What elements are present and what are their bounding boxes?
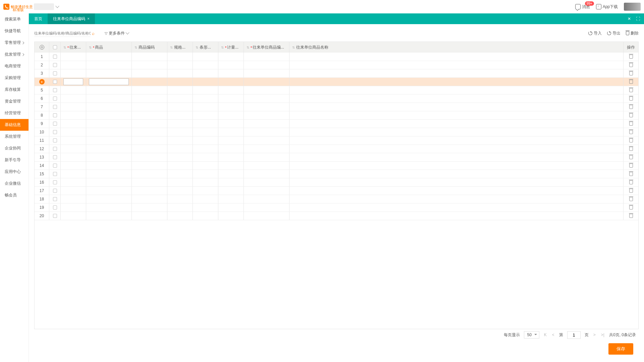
row-delete[interactable] xyxy=(624,145,638,153)
cell-d[interactable] xyxy=(167,153,193,161)
cell-b[interactable] xyxy=(86,203,132,212)
page-last[interactable]: >| xyxy=(600,333,605,337)
column-unit[interactable]: •计量... xyxy=(218,42,244,53)
row-checkbox[interactable] xyxy=(49,203,61,212)
cell-c[interactable] xyxy=(132,78,167,86)
cell-f[interactable] xyxy=(218,203,244,212)
cell-h[interactable] xyxy=(289,153,624,161)
cell-g[interactable] xyxy=(244,128,289,136)
cell-e[interactable] xyxy=(193,203,218,212)
save-button[interactable]: 保存 xyxy=(608,343,633,355)
cell-g[interactable] xyxy=(244,187,289,195)
cell-g[interactable] xyxy=(244,136,289,144)
row-checkbox[interactable] xyxy=(49,212,61,220)
row-delete[interactable] xyxy=(624,111,638,119)
row-checkbox[interactable] xyxy=(49,111,61,119)
cell-b[interactable] xyxy=(86,61,132,69)
cell-e[interactable] xyxy=(193,162,218,170)
table-row[interactable]: 15 xyxy=(35,170,638,178)
cell-h[interactable] xyxy=(289,128,624,136)
cell-f[interactable] xyxy=(218,153,244,161)
row-delete[interactable] xyxy=(624,95,638,103)
sidebar-item-5[interactable]: 采购管理 xyxy=(0,72,29,84)
cell-b[interactable] xyxy=(86,95,132,103)
cell-g[interactable] xyxy=(244,61,289,69)
cell-g[interactable] xyxy=(244,212,289,220)
cell-g[interactable] xyxy=(244,111,289,119)
cell-e[interactable] xyxy=(193,136,218,144)
sidebar-item-9[interactable]: 基础信息 xyxy=(0,119,29,131)
row-checkbox[interactable] xyxy=(49,103,61,111)
cell-e[interactable] xyxy=(193,145,218,153)
sidebar-item-12[interactable]: 新手引导 xyxy=(0,154,29,166)
cell-c[interactable] xyxy=(132,187,167,195)
cell-a[interactable] xyxy=(61,136,86,144)
row-checkbox[interactable] xyxy=(49,53,61,61)
cell-f[interactable] xyxy=(218,111,244,119)
search-input[interactable] xyxy=(34,30,91,37)
table-row[interactable]: 9 xyxy=(35,120,638,128)
cell-e[interactable] xyxy=(193,187,218,195)
row-checkbox[interactable] xyxy=(49,187,61,195)
table-row[interactable]: 18 xyxy=(35,195,638,203)
column-select-all[interactable] xyxy=(49,42,61,53)
column-product[interactable]: •商品 xyxy=(86,42,132,53)
cell-f[interactable] xyxy=(218,212,244,220)
tab-home[interactable]: 首页 xyxy=(29,13,48,24)
cell-b[interactable] xyxy=(86,69,132,77)
cell-g[interactable] xyxy=(244,78,289,86)
user-avatar[interactable] xyxy=(624,3,641,11)
cell-b[interactable] xyxy=(86,103,132,111)
table-row[interactable]: 19 xyxy=(35,203,638,212)
cell-d[interactable] xyxy=(167,187,193,195)
cell-c[interactable] xyxy=(132,86,167,94)
column-settings[interactable] xyxy=(35,42,49,53)
sidebar-item-2[interactable]: 零售管理 xyxy=(0,37,29,49)
row-delete[interactable] xyxy=(624,78,638,86)
row-checkbox[interactable] xyxy=(49,128,61,136)
cell-h[interactable] xyxy=(289,212,624,220)
row-checkbox[interactable] xyxy=(49,153,61,161)
app-download-button[interactable]: App下载 xyxy=(596,4,618,10)
cell-d[interactable] xyxy=(167,95,193,103)
cell-d[interactable] xyxy=(167,128,193,136)
row-delete[interactable] xyxy=(624,120,638,128)
cell-b[interactable] xyxy=(86,195,132,203)
row-checkbox[interactable] xyxy=(49,95,61,103)
row-delete[interactable] xyxy=(624,187,638,195)
cell-a[interactable] xyxy=(61,153,86,161)
cell-e[interactable] xyxy=(193,53,218,61)
column-barcode[interactable]: 条形... xyxy=(193,42,218,53)
cell-e[interactable] xyxy=(193,178,218,186)
table-row[interactable]: 10 xyxy=(35,128,638,136)
cell-g[interactable] xyxy=(244,53,289,61)
cell-d[interactable] xyxy=(167,53,193,61)
cell-b[interactable] xyxy=(86,170,132,178)
cell-h[interactable] xyxy=(289,120,624,128)
cell-a[interactable] xyxy=(61,178,86,186)
sidebar-item-4[interactable]: 电商管理 xyxy=(0,60,29,72)
row-checkbox[interactable] xyxy=(49,120,61,128)
row-delete[interactable] xyxy=(624,128,638,136)
cell-a[interactable] xyxy=(61,53,86,61)
cell-c[interactable] xyxy=(132,195,167,203)
row-delete[interactable] xyxy=(624,53,638,61)
cell-f[interactable] xyxy=(218,136,244,144)
column-partner-name[interactable]: 往来单位商品名称 xyxy=(289,42,624,53)
row-delete[interactable] xyxy=(624,86,638,94)
company-selector[interactable] xyxy=(34,3,59,10)
page-input[interactable] xyxy=(567,331,581,339)
table-row[interactable]: 17 xyxy=(35,187,638,195)
cell-e[interactable] xyxy=(193,195,218,203)
sidebar-item-1[interactable]: 快捷导航 xyxy=(0,25,29,37)
cell-a[interactable] xyxy=(61,203,86,212)
table-row[interactable]: 7 xyxy=(35,103,638,111)
cell-a[interactable] xyxy=(61,78,86,86)
row-checkbox[interactable] xyxy=(49,178,61,186)
row-checkbox[interactable] xyxy=(49,86,61,94)
row-delete[interactable] xyxy=(624,153,638,161)
row-delete[interactable] xyxy=(624,162,638,170)
row-checkbox[interactable] xyxy=(49,145,61,153)
table-row[interactable]: 16 xyxy=(35,178,638,187)
cell-a[interactable] xyxy=(61,86,86,94)
